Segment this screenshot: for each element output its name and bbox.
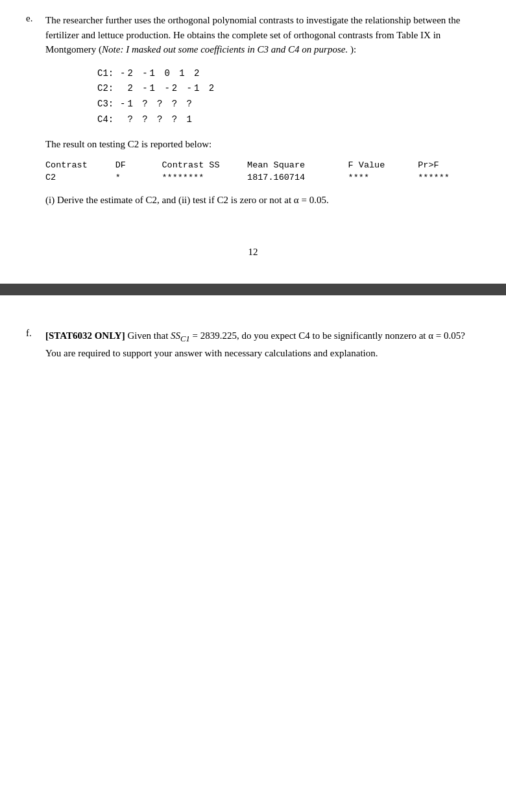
section-f-ss-subscript: C1 [180, 334, 190, 343]
anova-header-row: Contrast DF Contrast SS Mean Square F Va… [45, 159, 480, 171]
section-e-label: e. [26, 13, 39, 221]
cell-ms: 1817.160714 [247, 171, 348, 184]
dark-bar-separator [0, 284, 506, 295]
header-ss: Contrast SS [162, 159, 247, 171]
cell-fval: **** [348, 171, 418, 184]
header-ms: Mean Square [247, 159, 348, 171]
section-e-paragraph: The researcher further uses the orthogon… [45, 13, 480, 57]
header-prf: Pr>F [418, 159, 480, 171]
section-f-text-main: Given that [127, 330, 171, 341]
anova-data-row: C2 * ******** 1817.160714 **** ****** [45, 171, 480, 184]
anova-table: Contrast DF Contrast SS Mean Square F Va… [45, 159, 480, 184]
header-df: DF [115, 159, 162, 171]
page-number: 12 [26, 247, 480, 258]
section-f-bold: [STAT6032 ONLY] [45, 330, 125, 341]
section-e: e. The researcher further uses the ortho… [26, 13, 480, 221]
cell-ss: ******** [162, 171, 247, 184]
cell-df: * [115, 171, 162, 184]
cell-contrast: C2 [45, 171, 115, 184]
derive-text: (i) Derive the estimate of C2, and (ii) … [45, 193, 480, 208]
coefficients-table: C1: -2 -1 0 1 2 C2: 2 -1 -2 -1 2 C3: -1 … [97, 66, 480, 128]
section-f: f. [STAT6032 ONLY] Given that SSC1 = 283… [26, 328, 480, 361]
cell-prf: ****** [418, 171, 480, 184]
coeff-row-c3: C3: -1 ? ? ? ? [97, 97, 480, 112]
coeff-row-c1: C1: -2 -1 0 1 2 [97, 66, 480, 82]
header-contrast: Contrast [45, 159, 115, 171]
coeff-row-c4: C4: ? ? ? ? 1 [97, 112, 480, 128]
result-text: The result on testing C2 is reported bel… [45, 137, 480, 152]
coeff-row-c2: C2: 2 -1 -2 -1 2 [97, 81, 480, 97]
section-e-text: The researcher further uses the orthogon… [45, 13, 480, 221]
section-f-ss-notation: SSC1 [171, 330, 190, 341]
section-f-paragraph: [STAT6032 ONLY] Given that SSC1 = 2839.2… [45, 328, 480, 361]
section-f-label: f. [26, 328, 39, 361]
section-f-text: [STAT6032 ONLY] Given that SSC1 = 2839.2… [45, 328, 480, 361]
header-fval: F Value [348, 159, 418, 171]
